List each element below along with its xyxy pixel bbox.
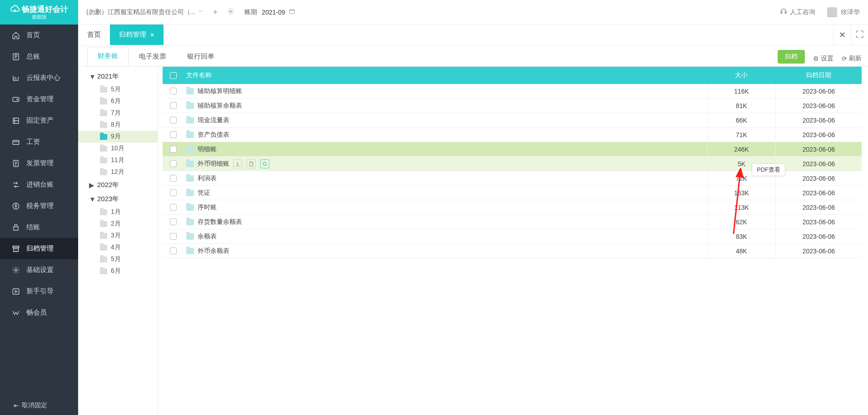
file-size: 83K: [707, 229, 775, 243]
tree-month[interactable]: 3月: [78, 230, 158, 242]
tree-month[interactable]: 4月: [78, 242, 158, 253]
tree-month[interactable]: 5月: [78, 253, 158, 265]
table-row[interactable]: 序时账 113K 2023-06-06: [163, 200, 862, 215]
table-row[interactable]: 存货数量余额表 62K 2023-06-06: [163, 215, 862, 229]
folder-icon: [100, 122, 107, 128]
row-checkbox[interactable]: [170, 131, 177, 138]
file-date: 2023-06-06: [775, 171, 862, 185]
sidebar-item-vip[interactable]: 畅会员: [0, 302, 78, 323]
sidebar-item-label: 首页: [26, 31, 40, 40]
tree-month-label: 12月: [111, 168, 124, 176]
unpin-icon: ⇤: [14, 402, 19, 409]
row-checkbox[interactable]: [170, 117, 177, 124]
tooltip-text: PDF查看: [757, 166, 780, 173]
sidebar-item-settings[interactable]: 基础设置: [0, 259, 78, 281]
subtab-einvoice[interactable]: 电子发票: [129, 47, 177, 66]
sidebar-item-reports[interactable]: 云报表中心: [0, 67, 78, 89]
row-checkbox[interactable]: [170, 218, 177, 225]
settings-icon[interactable]: [227, 8, 234, 17]
row-checkbox[interactable]: [170, 233, 177, 240]
user-menu[interactable]: 徐泽华: [827, 7, 860, 17]
sidebar-item-guide[interactable]: 新手引导: [0, 281, 78, 302]
sidebar-item-funds[interactable]: 资金管理: [0, 89, 78, 110]
folder-icon: [186, 103, 194, 109]
tree-year-2021[interactable]: ▼2021年: [78, 69, 158, 84]
subtab-bankreceipt[interactable]: 银行回单: [177, 47, 225, 66]
table-row[interactable]: 现金流量表 66K 2023-06-06: [163, 113, 862, 128]
table-row[interactable]: 辅助核算明细账 116K 2023-06-06: [163, 84, 862, 99]
row-checkbox[interactable]: [170, 146, 177, 153]
sidebar-item-close[interactable]: 结账: [0, 217, 78, 238]
tab-home[interactable]: 首页: [78, 25, 110, 45]
file-date: 2023-06-06: [775, 142, 862, 156]
folder-icon: [100, 110, 107, 116]
username: 徐泽华: [841, 8, 860, 16]
sidebar-item-label: 归档管理: [26, 244, 54, 253]
tree-month[interactable]: 11月: [78, 154, 158, 166]
sidebar-item-label: 基础设置: [26, 266, 54, 274]
row-checkbox[interactable]: [170, 175, 177, 182]
sidebar-item-assets[interactable]: 固定资产: [0, 110, 78, 131]
row-checkbox[interactable]: [170, 247, 177, 254]
row-checkbox[interactable]: [170, 102, 177, 109]
unpin-sidebar[interactable]: ⇤ 取消固定: [0, 396, 78, 415]
row-checkbox[interactable]: [170, 189, 177, 196]
sidebar-item-home[interactable]: 首页: [0, 25, 78, 46]
sidebar-item-salary[interactable]: 工资: [0, 131, 78, 153]
sidebar-item-ledger[interactable]: 总账: [0, 46, 78, 67]
tree-month[interactable]: 1月: [78, 206, 158, 218]
table-row[interactable]: 外币余额表 48K 2023-06-06: [163, 244, 862, 258]
period-value[interactable]: 2021-09: [262, 9, 285, 16]
table-row[interactable]: 明细账 246K 2023-06-06: [163, 142, 862, 157]
svg-rect-4: [13, 140, 19, 144]
sidebar-item-label: 结账: [26, 223, 40, 232]
row-checkbox[interactable]: [170, 204, 177, 211]
tree-month[interactable]: 7月: [78, 107, 158, 119]
row-checkbox[interactable]: [170, 88, 177, 94]
close-icon[interactable]: ✕: [150, 32, 154, 38]
table-row[interactable]: 资产负债表 71K 2023-06-06: [163, 128, 862, 142]
file-size: 163K: [707, 186, 775, 200]
refresh-button[interactable]: ⟳刷新: [842, 54, 862, 63]
add-button[interactable]: ＋: [212, 7, 219, 17]
tree-month[interactable]: 6月: [78, 95, 158, 107]
tab-archive[interactable]: 归档管理 ✕: [110, 25, 164, 45]
file-icon[interactable]: [247, 159, 256, 168]
caret-down-icon: ▼: [89, 73, 94, 80]
tree-month[interactable]: 6月: [78, 265, 158, 277]
company-selector[interactable]: (勿删）江西服宝精品有限责任公司（...: [86, 8, 195, 16]
caret-down-icon: ▼: [89, 195, 94, 203]
sidebar-item-label: 新手引导: [26, 287, 54, 296]
tree-month[interactable]: 8月: [78, 119, 158, 131]
tree-month-selected[interactable]: 9月: [78, 131, 158, 143]
chevron-down-icon[interactable]: ﹀: [198, 8, 203, 16]
svg-point-16: [263, 162, 266, 165]
sidebar-item-tax[interactable]: 税务管理: [0, 195, 78, 217]
download-icon[interactable]: [233, 159, 242, 168]
tab-label: 首页: [87, 30, 101, 39]
tree-month[interactable]: 12月: [78, 166, 158, 178]
sidebar-item-inout[interactable]: 进销台账: [0, 174, 78, 195]
table-row[interactable]: 凭证 163K 2023-06-06: [163, 186, 862, 200]
row-checkbox[interactable]: [170, 160, 177, 167]
settings-button[interactable]: ⚙设置: [813, 54, 833, 63]
tab-close-button[interactable]: ✕: [833, 25, 851, 45]
tree-year-2023[interactable]: ▼2023年: [78, 192, 158, 206]
human-consult[interactable]: 人工咨询: [780, 8, 815, 16]
file-name: 凭证: [198, 189, 210, 197]
pdf-view-icon[interactable]: [260, 159, 269, 168]
subtab-finance[interactable]: 财务账: [87, 47, 129, 67]
tree-month-label: 2月: [111, 220, 121, 228]
tree-month[interactable]: 10月: [78, 143, 158, 154]
sidebar-item-archive[interactable]: 归档管理: [0, 238, 78, 259]
select-all-checkbox[interactable]: [170, 72, 177, 79]
tree-month[interactable]: 5月: [78, 84, 158, 95]
table-row[interactable]: 余额表 83K 2023-06-06: [163, 229, 862, 244]
table-row[interactable]: 辅助核算余额表 81K 2023-06-06: [163, 99, 862, 113]
archive-button[interactable]: 归档: [778, 50, 805, 64]
tree-month[interactable]: 2月: [78, 218, 158, 230]
tab-expand-button[interactable]: ⛶: [851, 25, 868, 45]
sidebar-item-invoice[interactable]: 发票管理: [0, 153, 78, 174]
tree-year-2022[interactable]: ▶2022年: [78, 178, 158, 192]
calendar-icon[interactable]: [289, 8, 295, 16]
